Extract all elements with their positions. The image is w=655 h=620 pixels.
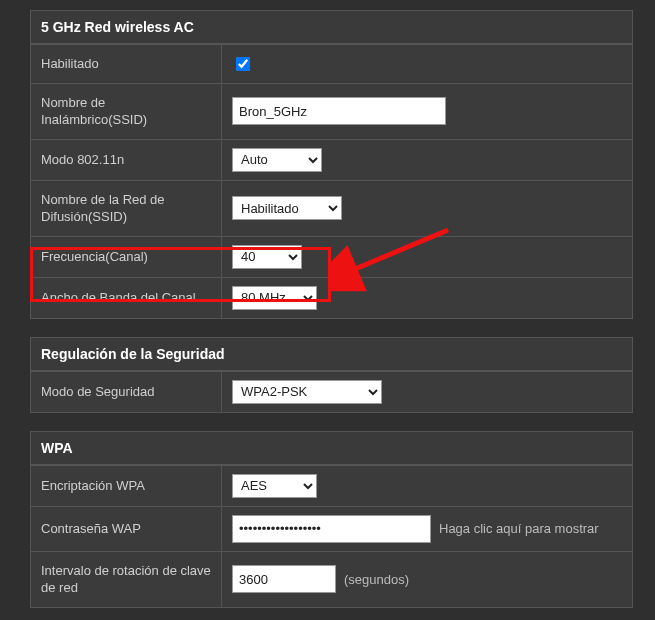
row-rekey-interval: Intervalo de rotación de clave de red (s… — [31, 551, 632, 607]
row-wpa-password: Contraseña WAP Haga clic aquí para mostr… — [31, 506, 632, 551]
input-wpa-password[interactable] — [232, 515, 431, 543]
label-channel: Frecuencia(Canal) — [31, 237, 222, 277]
label-enabled: Habilitado — [31, 45, 222, 83]
label-wpa-password: Contraseña WAP — [31, 507, 222, 551]
label-rekey-interval: Intervalo de rotación de clave de red — [31, 552, 222, 607]
panel-security: Regulación de la Seguridad Modo de Segur… — [30, 337, 633, 413]
label-rekey-unit: (segundos) — [344, 572, 409, 587]
select-mode[interactable]: Auto — [232, 148, 322, 172]
label-security-mode: Modo de Seguridad — [31, 372, 222, 412]
hint-show-password[interactable]: Haga clic aquí para mostrar — [439, 521, 599, 536]
label-mode: Modo 802.11n — [31, 140, 222, 180]
select-broadcast-ssid[interactable]: Habilitado — [232, 196, 342, 220]
label-wpa-encryption: Encriptación WPA — [31, 466, 222, 506]
input-rekey-interval[interactable] — [232, 565, 336, 593]
wireless-5g-settings-page: 5 GHz Red wireless AC Habilitado Nombre … — [0, 0, 655, 620]
panel-5ghz-title: 5 GHz Red wireless AC — [31, 11, 632, 44]
row-broadcast-ssid: Nombre de la Red de Difusión(SSID) Habil… — [31, 180, 632, 236]
panel-5ghz: 5 GHz Red wireless AC Habilitado Nombre … — [30, 10, 633, 319]
select-channel[interactable]: 40 — [232, 245, 302, 269]
label-broadcast-ssid: Nombre de la Red de Difusión(SSID) — [31, 181, 222, 236]
panel-security-title: Regulación de la Seguridad — [31, 338, 632, 371]
select-channel-bandwidth[interactable]: 80 MHz — [232, 286, 317, 310]
label-channel-bandwidth: Ancho de Banda del Canal — [31, 278, 222, 318]
select-security-mode[interactable]: WPA2-PSK — [232, 380, 382, 404]
row-wpa-encryption: Encriptación WPA AES — [31, 465, 632, 506]
row-ssid: Nombre de Inalámbrico(SSID) — [31, 83, 632, 139]
panel-wpa: WPA Encriptación WPA AES Contraseña WAP … — [30, 431, 633, 608]
checkbox-enabled[interactable] — [236, 57, 250, 71]
input-ssid[interactable] — [232, 97, 446, 125]
row-mode: Modo 802.11n Auto — [31, 139, 632, 180]
row-enabled: Habilitado — [31, 44, 632, 83]
row-channel: Frecuencia(Canal) 40 — [31, 236, 632, 277]
panel-wpa-title: WPA — [31, 432, 632, 465]
label-ssid: Nombre de Inalámbrico(SSID) — [31, 84, 222, 139]
row-channel-bandwidth: Ancho de Banda del Canal 80 MHz — [31, 277, 632, 318]
row-security-mode: Modo de Seguridad WPA2-PSK — [31, 371, 632, 412]
select-wpa-encryption[interactable]: AES — [232, 474, 317, 498]
